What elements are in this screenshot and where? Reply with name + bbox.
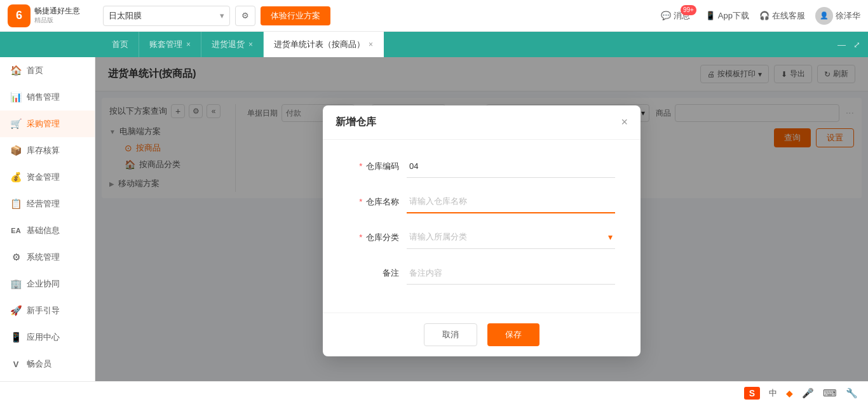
form-row-code: * 仓库编码 — [348, 155, 615, 178]
enterprise-icon: 🏢 — [10, 278, 22, 290]
tab-returns-label: 进货退货 — [212, 39, 245, 50]
tab-controls: — ⤢ — [830, 37, 868, 52]
tab-account-label: 账套管理 — [149, 39, 182, 50]
modal-header: 新增仓库 × — [323, 105, 641, 140]
sidebar-item-basic-info[interactable]: EA 基础信息 — [0, 217, 95, 244]
content-area: 进货单统计(按商品) 🖨 按模板打印 ▾ ⬇ 导出 ↻ 刷新 — [95, 57, 868, 404]
vip-icon: V — [10, 358, 22, 370]
sidebar-item-system-label: 系统管理 — [27, 252, 60, 263]
form-row-category: * 仓库分类 请输入所属分类 ▾ — [348, 226, 615, 249]
sidebar-item-operations-label: 经营管理 — [27, 198, 60, 210]
required-star-code: * — [359, 161, 362, 171]
sidebar-item-vip[interactable]: V 畅会员 — [0, 351, 95, 377]
sidebar-item-guide[interactable]: 🚀 新手引导 — [0, 297, 95, 324]
inventory-icon: 📦 — [10, 145, 22, 156]
tab-returns-close[interactable]: × — [248, 40, 253, 49]
sidebar-item-inventory[interactable]: 📦 库存核算 — [0, 137, 95, 164]
sidebar-item-finance[interactable]: 💰 资金管理 — [0, 164, 95, 191]
shop-search-box[interactable]: 日太阳膜 ▾ — [103, 6, 230, 26]
modal-overlay: 新增仓库 × * 仓库编码 * — [95, 57, 868, 404]
app-edition: 精品版 — [34, 16, 80, 25]
sales-icon: 📊 — [10, 91, 22, 103]
message-btn[interactable]: 💬 消息 99+ — [661, 10, 690, 22]
tab-returns[interactable]: 进货退货 × — [201, 32, 264, 57]
category-label: * 仓库分类 — [348, 232, 399, 243]
sidebar-item-inventory-label: 库存核算 — [27, 145, 60, 156]
new-warehouse-modal: 新增仓库 × * 仓库编码 * — [323, 105, 641, 356]
tab-home-label: 首页 — [112, 39, 128, 50]
save-btn[interactable]: 保存 — [487, 323, 539, 346]
remark-input[interactable] — [407, 262, 615, 285]
category-placeholder: 请输入所属分类 — [409, 231, 467, 243]
chinese-input-icon[interactable]: 中 — [769, 387, 777, 399]
headset-icon: 🎧 — [759, 11, 770, 20]
top-navbar: 6 畅捷通好生意 精品版 日太阳膜 ▾ ⚙ 体验行业方案 💬 消息 99+ 📱 … — [0, 0, 868, 32]
apps-icon: 📱 — [10, 332, 22, 343]
cancel-btn[interactable]: 取消 — [424, 323, 477, 346]
category-select[interactable]: 请输入所属分类 ▾ — [407, 226, 615, 249]
name-label: * 仓库名称 — [348, 196, 399, 208]
tab-account[interactable]: 账套管理 × — [139, 32, 201, 57]
name-input[interactable] — [407, 191, 615, 213]
tab-stats-close[interactable]: × — [369, 40, 373, 49]
sidebar-item-purchase-label: 采购管理 — [27, 118, 60, 130]
sidebar-item-home[interactable]: 🏠 首页 — [0, 57, 95, 84]
sidebar-item-finance-label: 资金管理 — [27, 172, 60, 183]
trial-button[interactable]: 体验行业方案 — [261, 6, 330, 25]
code-input[interactable] — [407, 155, 615, 178]
tab-bar: 首页 账套管理 × 进货退货 × 进货单统计表（按商品） × — ⤢ — [0, 32, 868, 57]
sidebar-item-enterprise-label: 企业协同 — [27, 278, 60, 290]
form-row-name: * 仓库名称 — [348, 191, 615, 213]
purchase-icon: 🛒 — [10, 118, 22, 130]
basic-info-icon: EA — [10, 225, 22, 236]
app-download-label: App下载 — [718, 10, 749, 22]
required-star-category: * — [359, 232, 362, 242]
shop-search-value: 日太阳膜 — [109, 10, 142, 22]
tab-minimize-btn[interactable]: — — [835, 37, 848, 52]
shop-search-arrow: ▾ — [220, 11, 224, 20]
nav-right-area: 💬 消息 99+ 📱 App下载 🎧 在线客服 👤 徐泽华 — [661, 7, 860, 25]
settings-btn[interactable]: ⚙ — [235, 6, 255, 26]
nav-search-area: 日太阳膜 ▾ ⚙ 体验行业方案 — [103, 6, 661, 26]
system-icon: ⚙ — [10, 252, 22, 263]
remark-label: 备注 — [348, 267, 399, 279]
operations-icon: 📋 — [10, 198, 22, 210]
username-label: 徐泽华 — [836, 10, 860, 22]
microphone-icon[interactable]: 🎤 — [802, 387, 814, 399]
mobile-icon: 📱 — [705, 11, 715, 20]
code-label: * 仓库编码 — [348, 161, 399, 172]
sidebar-item-enterprise[interactable]: 🏢 企业协同 — [0, 271, 95, 297]
tools-icon[interactable]: 🔧 — [846, 387, 858, 399]
sidebar-item-sales[interactable]: 📊 销售管理 — [0, 84, 95, 111]
user-area[interactable]: 👤 徐泽华 — [815, 7, 860, 25]
diamond-icon[interactable]: ◆ — [786, 388, 793, 398]
bottom-bar: S 中 ◆ 🎤 ⌨ 🔧 — [0, 381, 868, 404]
sidebar: 🏠 首页 📊 销售管理 🛒 采购管理 📦 库存核算 💰 资金管理 📋 经营管理 … — [0, 57, 95, 404]
modal-title: 新增仓库 — [336, 116, 376, 129]
modal-footer: 取消 保存 — [323, 313, 641, 356]
tab-stats[interactable]: 进货单统计表（按商品） × — [264, 32, 384, 57]
app-download-btn[interactable]: 📱 App下载 — [705, 10, 749, 22]
app-logo-icon: 6 — [8, 4, 31, 27]
home-icon: 🏠 — [10, 65, 22, 76]
message-icon: 💬 — [661, 11, 671, 20]
tab-home[interactable]: 首页 — [102, 32, 139, 57]
message-badge: 99+ — [681, 5, 696, 15]
gear-icon: ⚙ — [241, 11, 249, 20]
sidebar-item-apps-label: 应用中心 — [27, 332, 60, 343]
sidebar-item-vip-label: 畅会员 — [27, 358, 51, 370]
tab-account-close[interactable]: × — [186, 40, 191, 49]
tab-expand-btn[interactable]: ⤢ — [851, 37, 863, 52]
main-layout: 🏠 首页 📊 销售管理 🛒 采购管理 📦 库存核算 💰 资金管理 📋 经营管理 … — [0, 57, 868, 404]
sidebar-item-purchase[interactable]: 🛒 采购管理 — [0, 111, 95, 137]
sidebar-item-operations[interactable]: 📋 经营管理 — [0, 191, 95, 217]
online-service-btn[interactable]: 🎧 在线客服 — [759, 10, 805, 22]
tab-stats-label: 进货单统计表（按商品） — [274, 39, 365, 50]
modal-close-btn[interactable]: × — [621, 116, 628, 129]
sidebar-item-apps[interactable]: 📱 应用中心 — [0, 324, 95, 351]
keyboard-icon[interactable]: ⌨ — [823, 387, 837, 399]
sidebar-item-system[interactable]: ⚙ 系统管理 — [0, 244, 95, 271]
app-name: 畅捷通好生意 — [34, 6, 80, 17]
sogou-icon[interactable]: S — [744, 387, 760, 400]
online-service-label: 在线客服 — [772, 10, 805, 22]
